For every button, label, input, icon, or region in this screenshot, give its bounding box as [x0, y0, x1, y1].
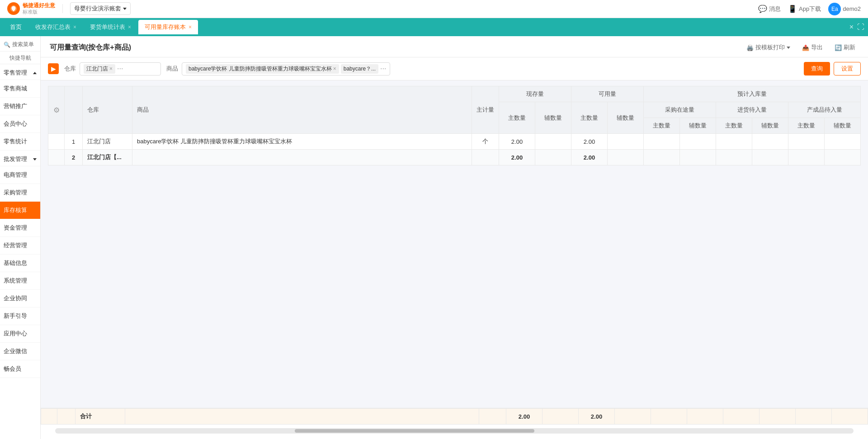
- quick-nav[interactable]: 快捷导航: [0, 52, 40, 64]
- row2-production-main: [788, 150, 825, 165]
- row-avail-aux: [608, 134, 644, 150]
- logo-icon: [7, 2, 20, 15]
- sidebar-item-retail-shop[interactable]: 零售商城: [0, 80, 40, 98]
- total-avail-aux: [615, 409, 651, 425]
- sidebar-retail-label: 零售管理: [4, 69, 27, 77]
- warehouse-tag-close[interactable]: ×: [109, 66, 113, 72]
- row2-incoming-main: [716, 150, 752, 165]
- settings-btn[interactable]: 设置: [834, 62, 861, 76]
- sidebar-item-retail[interactable]: 零售管理: [0, 64, 40, 80]
- row-num: 1: [65, 134, 83, 150]
- row-goods: babycare学饮杯 儿童防摔防撞吸管杯重力球吸嘴杯宝宝水杯: [132, 134, 472, 150]
- fullscreen-btn[interactable]: ⛶: [857, 23, 864, 31]
- app-download-action[interactable]: 📱 App下载: [788, 5, 821, 13]
- th-incoming-sub: 进货待入量: [716, 102, 788, 118]
- sidebar-item-basics[interactable]: 基础信息: [0, 255, 40, 272]
- tab-receive-send-close[interactable]: ×: [73, 24, 76, 30]
- horizontal-scrollbar[interactable]: [55, 428, 854, 434]
- industry-selector[interactable]: 母婴行业演示账套: [70, 2, 131, 15]
- sidebar-item-members[interactable]: 会员中心: [0, 115, 40, 133]
- total-p1: [651, 409, 687, 425]
- sidebar-search[interactable]: 🔍 搜索菜单: [0, 36, 40, 52]
- goods-filter-dots[interactable]: ···: [380, 65, 386, 73]
- row2-warehouse: 江北门店【...: [83, 150, 132, 165]
- th-production-main: 主数量: [788, 118, 825, 134]
- th-stock-group: 现存量: [499, 86, 571, 102]
- data-table: ⚙ 仓库 商品 主计量 现存量 可用量 预计入库量 主数量 辅数量 主数量: [48, 86, 861, 165]
- total-p4: [760, 409, 796, 425]
- nav-tabs-actions: × ⛶: [849, 23, 864, 31]
- th-purchase-sub: 采购在途量: [644, 102, 716, 118]
- row2-purchase-main: [644, 150, 680, 165]
- logo-area: 畅捷通好生意 标准版: [7, 2, 55, 15]
- sidebar-item-finance[interactable]: 资金管理: [0, 219, 40, 237]
- row-production-main: [788, 134, 825, 150]
- sidebar-item-ecommerce[interactable]: 电商管理: [0, 166, 40, 184]
- th-planned-group: 预计入库量: [644, 86, 861, 102]
- sidebar-item-system[interactable]: 系统管理: [0, 272, 40, 290]
- sidebar-basics-label: 基础信息: [4, 259, 27, 267]
- sidebar-marketing-label: 营销推广: [4, 102, 27, 110]
- row-purchase-main: [644, 134, 680, 150]
- sidebar-item-newguide[interactable]: 新手引导: [0, 307, 40, 325]
- tab-available-stock-close[interactable]: ×: [189, 24, 192, 30]
- sidebar-item-purchase[interactable]: 采购管理: [0, 184, 40, 202]
- total-p3: [723, 409, 760, 425]
- sidebar-item-retail-stats[interactable]: 零售统计: [0, 133, 40, 151]
- sidebar-retail-stats-label: 零售统计: [4, 137, 27, 146]
- tab-available-stock[interactable]: 可用量库存账本 ×: [138, 20, 198, 34]
- user-profile[interactable]: Ea demo2: [828, 3, 861, 15]
- query-btn[interactable]: 查询: [804, 62, 830, 76]
- export-icon: 📤: [802, 44, 809, 51]
- tab-order-stats-label: 要货单统计表: [90, 23, 125, 31]
- goods-filter-tags[interactable]: babycare学饮杯 儿童防摔防撞吸管杯重力球吸嘴杯宝宝水杯 × babyca…: [182, 62, 390, 76]
- tab-order-stats-close[interactable]: ×: [128, 24, 131, 30]
- total-stock-aux: [542, 409, 579, 425]
- page-title: 可用量查询(按仓库+商品): [50, 43, 131, 52]
- table-settings-icon[interactable]: ⚙: [53, 106, 60, 114]
- industry-label: 母婴行业演示账套: [74, 5, 121, 13]
- warehouse-filter-dots[interactable]: ···: [117, 65, 123, 73]
- message-action[interactable]: 💬 消息: [758, 5, 781, 13]
- search-label: 搜索菜单: [12, 41, 34, 48]
- row2-incoming-aux: [752, 150, 788, 165]
- th-incoming-aux: 辅数量: [752, 118, 788, 134]
- tab-receive-send[interactable]: 收发存汇总表 ×: [29, 20, 83, 34]
- th-settings[interactable]: ⚙: [48, 86, 65, 134]
- warehouse-filter-tags[interactable]: 江北门店 × ···: [80, 62, 161, 76]
- row-production-aux: [825, 134, 861, 150]
- sidebar-item-inventory[interactable]: 库存核算: [0, 202, 40, 219]
- th-stock-aux: 辅数量: [535, 102, 571, 134]
- sidebar-item-marketing[interactable]: 营销推广: [0, 98, 40, 115]
- total-avail-main: 2.00: [579, 409, 615, 425]
- refresh-btn[interactable]: 🔄 刷新: [831, 42, 859, 53]
- sidebar-item-operations[interactable]: 经营管理: [0, 237, 40, 255]
- content-area: 可用量查询(按仓库+商品) 🖨️ 按模板打印 📤 导出 🔄 刷新 ▶: [41, 36, 868, 439]
- sidebar-wholesale-label: 批发管理: [4, 155, 27, 163]
- sidebar-item-wholesale[interactable]: 批发管理: [0, 151, 40, 166]
- warehouse-tag: 江北门店 ×: [84, 64, 115, 74]
- sidebar-item-apps[interactable]: 应用中心: [0, 325, 40, 343]
- warehouse-filter-group: 仓库 江北门店 × ···: [64, 62, 161, 76]
- retail-arrow: [33, 72, 37, 74]
- row2-goods: [132, 150, 472, 165]
- logo-divider: [62, 4, 63, 13]
- print-label: 按模板打印: [755, 43, 785, 52]
- top-bar-left: 畅捷通好生意 标准版 母婴行业演示账套: [7, 2, 131, 15]
- sidebar-item-wecom[interactable]: 企业微信: [0, 343, 40, 360]
- sidebar: 🔍 搜索菜单 快捷导航 零售管理 零售商城 营销推广 会员中心 零售统计 批发管…: [0, 36, 41, 439]
- print-btn[interactable]: 🖨️ 按模板打印: [743, 42, 794, 53]
- scrollbar-thumb[interactable]: [295, 429, 534, 433]
- th-unit: 主计量: [472, 86, 499, 134]
- total-p6: [832, 409, 868, 425]
- tab-order-stats[interactable]: 要货单统计表 ×: [84, 20, 137, 34]
- message-icon: 💬: [758, 5, 767, 13]
- footer-area: 合计 2.00 2.00: [41, 408, 868, 439]
- filter-toggle-btn[interactable]: ▶: [48, 63, 59, 74]
- tab-home[interactable]: 首页: [4, 20, 28, 34]
- sidebar-item-member[interactable]: 畅会员: [0, 360, 40, 378]
- export-btn[interactable]: 📤 导出: [798, 42, 826, 53]
- sidebar-item-enterprise[interactable]: 企业协同: [0, 290, 40, 307]
- goods-tag-1-close[interactable]: ×: [333, 66, 336, 72]
- close-all-tabs[interactable]: ×: [849, 23, 854, 31]
